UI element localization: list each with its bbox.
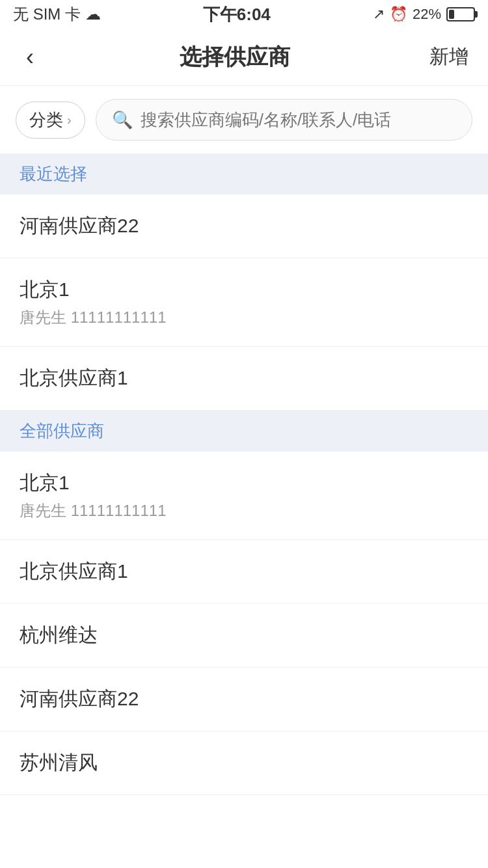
- all-section-header: 全部供应商: [0, 411, 488, 452]
- search-box: 🔍: [96, 99, 472, 141]
- chevron-right-icon: ›: [67, 113, 72, 128]
- recent-section-header: 最近选择: [0, 154, 488, 195]
- list-item[interactable]: 杭州维达: [0, 604, 488, 668]
- status-left: 无 SIM 卡 ☁: [13, 4, 101, 25]
- list-item[interactable]: 北京1唐先生 11111111111: [0, 452, 488, 540]
- status-time: 下午6:04: [203, 3, 271, 26]
- battery-percent: 22%: [413, 6, 441, 23]
- recent-section-label: 最近选择: [20, 164, 87, 183]
- search-icon: 🔍: [112, 110, 133, 130]
- category-label: 分类: [29, 109, 63, 131]
- search-input[interactable]: [141, 110, 456, 130]
- item-sub: 唐先生 11111111111: [20, 500, 468, 521]
- item-sub: 唐先生 11111111111: [20, 307, 468, 328]
- item-name: 北京供应商1: [20, 365, 468, 392]
- list-item[interactable]: 河南供应商22: [0, 668, 488, 731]
- recent-list: 河南供应商22北京1唐先生 11111111111北京供应商1: [0, 195, 488, 411]
- list-item[interactable]: 北京供应商1: [0, 347, 488, 411]
- page-title: 选择供应商: [180, 42, 290, 72]
- location-icon: ↗: [373, 6, 385, 23]
- item-name: 杭州维达: [20, 622, 468, 649]
- all-section-label: 全部供应商: [20, 421, 104, 441]
- status-bar: 无 SIM 卡 ☁ 下午6:04 ↗ ⏰ 22%: [0, 0, 488, 29]
- list-item[interactable]: 苏州清风: [0, 731, 488, 795]
- item-name: 北京1: [20, 277, 468, 303]
- nav-bar: ‹ 选择供应商 新增: [0, 29, 488, 86]
- status-right: ↗ ⏰ 22%: [373, 6, 475, 23]
- back-button[interactable]: ‹: [20, 37, 40, 77]
- item-name: 北京供应商1: [20, 558, 468, 585]
- battery-icon: [446, 7, 475, 21]
- item-name: 苏州清风: [20, 750, 468, 776]
- search-area: 分类 › 🔍: [0, 86, 488, 154]
- all-list: 北京1唐先生 11111111111北京供应商1杭州维达河南供应商22苏州清风: [0, 452, 488, 795]
- item-name: 河南供应商22: [20, 213, 468, 239]
- sim-status: 无 SIM 卡 ☁: [13, 4, 101, 25]
- list-item[interactable]: 北京供应商1: [0, 540, 488, 604]
- list-item[interactable]: 北京1唐先生 11111111111: [0, 258, 488, 347]
- list-item[interactable]: 河南供应商22: [0, 195, 488, 258]
- category-filter-button[interactable]: 分类 ›: [16, 102, 85, 139]
- alarm-icon: ⏰: [390, 6, 407, 23]
- item-name: 河南供应商22: [20, 686, 468, 712]
- item-name: 北京1: [20, 470, 468, 496]
- add-button[interactable]: 新增: [429, 44, 468, 70]
